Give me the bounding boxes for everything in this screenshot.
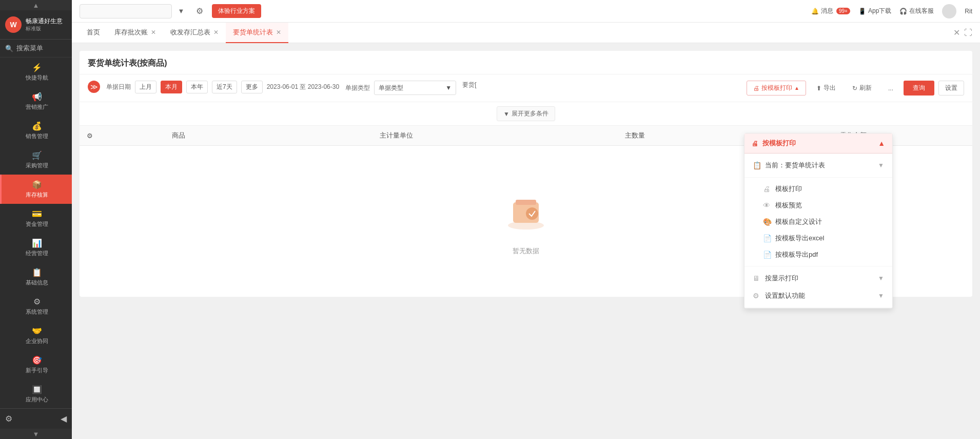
- print-template-design-item[interactable]: 🎨 模板自定义设计: [744, 214, 892, 230]
- tab-close-receipt-summary[interactable]: ✕: [213, 29, 219, 36]
- date-btn-this-month[interactable]: 本月: [161, 81, 182, 93]
- set-default-item[interactable]: ⚙ 设置默认功能 ▼: [744, 287, 892, 304]
- print-template-print-item[interactable]: 🖨 模板打印: [744, 181, 892, 197]
- headset-icon: 🎧: [899, 8, 907, 15]
- app-name: 畅康通好生意: [26, 17, 63, 26]
- more-btn[interactable]: ...: [882, 82, 899, 94]
- print-template-preview-item[interactable]: 👁 模板预览: [744, 197, 892, 214]
- phone-icon: 📱: [858, 8, 866, 15]
- sidebar-item-purchase[interactable]: 🛒 采购管理: [0, 145, 72, 175]
- expand-conditions-btn[interactable]: ▼ 展开更多条件: [497, 106, 555, 121]
- col-settings[interactable]: ⚙: [80, 126, 100, 146]
- date-btn-more[interactable]: 更多: [241, 81, 263, 93]
- settings-icon[interactable]: ⚙: [5, 414, 12, 424]
- set-default-item-left: ⚙ 设置默认功能: [753, 291, 805, 300]
- print-current-item-left: 📋 当前：要货单统计表: [753, 161, 825, 170]
- query-btn[interactable]: 查询: [904, 81, 934, 96]
- filter-toggle-btn[interactable]: ≫: [88, 81, 100, 93]
- nav-label-quick-nav: 快捷导航: [26, 74, 48, 82]
- date-btn-this-year[interactable]: 本年: [186, 81, 208, 93]
- design-icon: 🎨: [763, 218, 771, 226]
- nav-label-sales: 销售管理: [26, 132, 48, 140]
- app-download-label: App下载: [868, 7, 891, 15]
- print-export-pdf-item[interactable]: 📄 按模板导出pdf: [744, 246, 892, 263]
- app-download-btn[interactable]: 📱 App下载: [858, 7, 891, 15]
- nav-icon-marketing: 📢: [32, 92, 42, 102]
- order-type-value: 单据类型: [379, 84, 403, 92]
- sidebar-item-marketing[interactable]: 📢 营销推广: [0, 87, 72, 116]
- nav-label-basic: 基础信息: [26, 279, 48, 287]
- sidebar-search-item[interactable]: 🔍 搜索菜单: [0, 40, 72, 58]
- close-all-tabs-btn[interactable]: ✕: [953, 28, 960, 37]
- sidebar-scroll-up[interactable]: ▲: [0, 0, 72, 10]
- print-sub-section: 🖨 模板打印 👁 模板预览 🎨 模板自定义设计 📄 按模板导出excel 📄: [744, 178, 892, 266]
- sidebar-logo: W 畅康通好生意 标准版: [0, 10, 72, 40]
- sidebar-scroll-down[interactable]: ▼: [0, 429, 72, 439]
- nav-icon-sales: 💰: [32, 121, 42, 131]
- tab-order-stats[interactable]: 要货单统计表✕: [226, 23, 288, 43]
- nav-label-purchase: 采购管理: [26, 162, 48, 169]
- tab-home[interactable]: 首页: [80, 23, 107, 43]
- display-print-item-left: 🖥 按显示打印: [753, 274, 798, 283]
- topbar-dropdown-btn[interactable]: ▼: [175, 5, 187, 17]
- order-category-label: 要货[: [462, 81, 476, 89]
- nav-label-system: 系统管理: [26, 308, 48, 316]
- sidebar-item-system[interactable]: ⚙ 系统管理: [0, 292, 72, 321]
- sidebar-item-sales[interactable]: 💰 销售管理: [0, 116, 72, 145]
- nav-label-marketing: 营销推广: [26, 103, 48, 111]
- print-dropdown-close-btn[interactable]: ▲: [878, 139, 885, 147]
- tab-close-batch-accounts[interactable]: ✕: [151, 29, 156, 36]
- print-export-excel-item[interactable]: 📄 按模板导出excel: [744, 230, 892, 246]
- export-btn[interactable]: ⬆ 导出: [810, 81, 842, 95]
- tab-close-order-stats[interactable]: ✕: [276, 29, 281, 36]
- sidebar-item-inventory[interactable]: 📦 库存核算: [0, 175, 72, 204]
- col-product: 商品: [100, 126, 257, 146]
- print-dropdown-header-left: 🖨 按模板打印: [752, 139, 796, 148]
- online-service-label: 在线客服: [909, 7, 934, 15]
- user-avatar[interactable]: [942, 4, 956, 18]
- more-label: ...: [888, 85, 893, 92]
- tab-batch-accounts[interactable]: 库存批次账✕: [107, 23, 163, 43]
- print-dropdown-title: 按模板打印: [762, 139, 796, 148]
- tab-receipt-summary[interactable]: 收发存汇总表✕: [163, 23, 226, 43]
- order-type-select[interactable]: 单据类型 ▼: [374, 81, 456, 95]
- topbar-search-input[interactable]: [80, 4, 172, 18]
- refresh-btn[interactable]: ↻ 刷新: [846, 81, 878, 95]
- online-service-btn[interactable]: 🎧 在线客服: [899, 7, 934, 15]
- order-type-label: 单据类型: [345, 84, 370, 92]
- sidebar-item-operation[interactable]: 📊 经营管理: [0, 233, 72, 262]
- display-print-item[interactable]: 🖥 按显示打印 ▼: [744, 270, 892, 287]
- nav-icon-system: ⚙: [33, 297, 41, 307]
- print-btn[interactable]: 🖨 按模板打印 ▲: [747, 81, 806, 96]
- sidebar-item-finance[interactable]: 💳 资金管理: [0, 204, 72, 233]
- nav-icon-finance: 💳: [32, 209, 42, 219]
- nav-icon-appstore: 🔲: [32, 385, 42, 394]
- industry-btn[interactable]: 体验行业方案: [212, 4, 261, 18]
- print-current-arrow: ▼: [878, 162, 884, 169]
- nav-icon-purchase: 🛒: [32, 150, 42, 160]
- sidebar: ▲ W 畅康通好生意 标准版 🔍 搜索菜单 ⚡ 快捷导航 📢 营销推广 💰 销售…: [0, 0, 72, 439]
- sidebar-item-enterprise[interactable]: 🤝 企业协同: [0, 321, 72, 350]
- display-icon: 🖥: [753, 274, 761, 282]
- sidebar-item-newbie[interactable]: 🎯 新手引导: [0, 350, 72, 379]
- print-current-item[interactable]: 📋 当前：要货单统计表 ▼: [744, 157, 892, 174]
- nav-label-enterprise: 企业协同: [26, 337, 48, 345]
- date-btn-7days[interactable]: 近7天: [212, 81, 237, 93]
- maximize-btn[interactable]: ⛶: [964, 28, 972, 37]
- page-header: 要货单统计表(按商品): [80, 51, 972, 74]
- sidebar-item-appstore[interactable]: 🔲 应用中心: [0, 379, 72, 408]
- date-btn-last-month[interactable]: 上月: [135, 81, 156, 93]
- nav-icon-enterprise: 🤝: [32, 326, 42, 336]
- settings-btn[interactable]: 设置: [938, 81, 964, 96]
- collapse-icon[interactable]: ◀: [61, 414, 67, 424]
- app-logo-icon: W: [5, 16, 22, 33]
- sidebar-item-quick-nav[interactable]: ⚡ 快捷导航: [0, 58, 72, 87]
- date-filter-section: 单据日期 上月 本月 本年 近7天 更多 2023-06-01 至 2023-0…: [106, 81, 339, 93]
- print-dropdown-icon: 🖨: [752, 140, 758, 147]
- date-range-display: 2023-06-01 至 2023-06-30: [267, 83, 339, 91]
- tab-label-home: 首页: [87, 28, 100, 37]
- topbar-settings-btn[interactable]: ⚙: [192, 4, 207, 18]
- notification-btn[interactable]: 🔔 消息 99+: [811, 7, 850, 15]
- preview-icon: 👁: [763, 201, 771, 209]
- sidebar-item-basic[interactable]: 📋 基础信息: [0, 262, 72, 292]
